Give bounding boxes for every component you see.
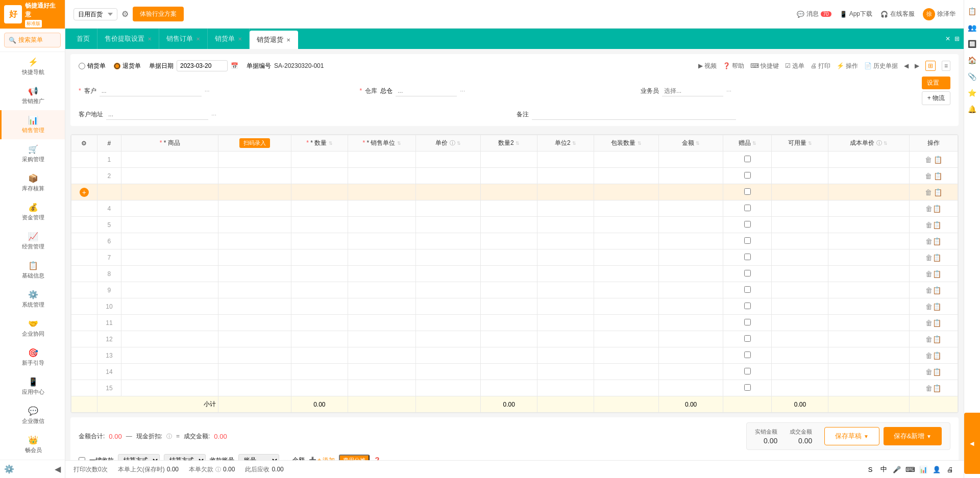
warehouse-input[interactable] xyxy=(396,86,457,96)
delete-icon-4[interactable]: 🗑 xyxy=(925,205,933,213)
tab-close-all-icon[interactable]: ✕ xyxy=(945,35,950,42)
tab-close-sales-return[interactable]: ✕ xyxy=(286,37,290,43)
tab-home[interactable]: 首页 xyxy=(69,29,97,49)
delete-icon-7[interactable]: 🗑 xyxy=(925,254,933,262)
amount-sort-icon[interactable]: ⇅ xyxy=(696,141,700,146)
taskbar-icon-2[interactable]: 中 xyxy=(878,464,889,475)
tab-sales-price[interactable]: 售价提取设置 ✕ xyxy=(97,29,159,49)
copy-icon-1[interactable]: 📋 xyxy=(934,156,942,164)
pkgqty-sort-icon[interactable]: ⇅ xyxy=(638,141,642,146)
history-btn[interactable]: 📄 历史单据 xyxy=(864,62,898,70)
taskbar-icon-5[interactable]: 📊 xyxy=(918,464,929,475)
sidebar-item-system[interactable]: ⚙️ 系统管理 xyxy=(0,285,65,314)
chevron-down-icon2[interactable]: ▼ xyxy=(926,434,932,439)
grid-view-icon[interactable]: ⊞ xyxy=(925,61,936,71)
costprice-info-icon[interactable]: ⓘ xyxy=(876,140,882,146)
address-input[interactable] xyxy=(106,109,208,120)
row-qty-2[interactable] xyxy=(291,168,348,184)
experience-button[interactable]: 体验行业方案 xyxy=(133,7,184,21)
right-panel-icon-2[interactable]: 👥 xyxy=(965,20,979,35)
row-unit-1[interactable] xyxy=(348,152,416,168)
available-sort-icon[interactable]: ⇅ xyxy=(808,141,812,146)
settings-icon[interactable]: ⚙️ xyxy=(4,464,14,474)
account-select[interactable]: 账号 xyxy=(238,454,279,460)
radio-return-input[interactable] xyxy=(114,63,120,69)
row-costprice-3[interactable] xyxy=(828,184,909,200)
sidebar-item-finance[interactable]: 💰 资金管理 xyxy=(0,197,65,227)
row-pkgqty-3[interactable] xyxy=(594,184,658,200)
add-row-button[interactable]: + xyxy=(80,188,89,197)
taskbar-icon-3[interactable]: 🎤 xyxy=(891,464,902,475)
row-amount-2[interactable] xyxy=(658,168,723,184)
right-panel-collapse[interactable]: ◀ xyxy=(964,413,981,474)
row-price-3[interactable] xyxy=(416,184,481,200)
delete-icon-15[interactable]: 🗑 xyxy=(925,384,933,392)
copy-icon-7[interactable]: 📋 xyxy=(933,254,941,262)
tab-sales-order[interactable]: 销售订单 ✕ xyxy=(159,29,208,49)
user-item[interactable]: 徐 徐泽华 xyxy=(923,8,955,20)
tab-close-sales-order[interactable]: ✕ xyxy=(196,36,200,42)
row-unit-3[interactable] xyxy=(348,184,416,200)
settings-btn[interactable]: 设置 xyxy=(922,77,950,89)
remark-input[interactable] xyxy=(532,109,736,120)
video-btn[interactable]: ▶ 视频 xyxy=(698,62,717,70)
copy-icon-4[interactable]: 📋 xyxy=(933,205,941,213)
select-btn[interactable]: ☑ 选单 xyxy=(785,62,804,70)
taskbar-icon-7[interactable]: 🖨 xyxy=(944,464,955,475)
customer-more-icon[interactable]: ··· xyxy=(205,87,210,94)
sidebar-item-sales[interactable]: 📊 销售管理 xyxy=(0,110,65,139)
row-costprice-2[interactable] xyxy=(828,168,909,184)
th-settings[interactable]: ⚙ xyxy=(71,135,97,152)
right-panel-icon-6[interactable]: ⭐ xyxy=(965,86,979,100)
unit2-sort-icon[interactable]: ⇅ xyxy=(572,141,576,146)
copy-icon-14[interactable]: 📋 xyxy=(933,368,941,376)
copy-icon-6[interactable]: 📋 xyxy=(933,237,941,245)
product-input-1[interactable] xyxy=(124,156,216,163)
delete-icon-10[interactable]: 🗑 xyxy=(925,303,933,311)
sidebar-item-operations[interactable]: 📈 经营管理 xyxy=(0,227,65,256)
logistics-btn[interactable]: + 物流 xyxy=(922,91,950,105)
prev-icon[interactable]: ◀ xyxy=(904,62,909,69)
topbar-gear-icon[interactable]: ⚙ xyxy=(121,9,129,19)
sidebar-item-cooperation[interactable]: 🤝 企业协同 xyxy=(0,314,65,343)
sidebar-item-guide[interactable]: 🎯 新手引导 xyxy=(0,343,65,372)
radio-sale[interactable]: 销货单 xyxy=(79,62,106,70)
row-amount-1[interactable] xyxy=(658,152,723,168)
sidebar-item-purchase[interactable]: 🛒 采购管理 xyxy=(0,139,65,168)
sidebar-item-wechat[interactable]: 💬 企业微信 xyxy=(0,401,65,430)
print-btn[interactable]: 🖨 打印 xyxy=(811,62,830,70)
staff-input[interactable] xyxy=(662,86,723,96)
row-qty2-3[interactable] xyxy=(481,184,537,200)
online-service-item[interactable]: 🎧 在线客服 xyxy=(880,10,915,18)
radio-return[interactable]: 退货单 xyxy=(114,62,141,70)
right-panel-icon-4[interactable]: 🏠 xyxy=(965,53,979,67)
copy-icon-5[interactable]: 📋 xyxy=(933,221,941,229)
collapse-icon[interactable]: ◀ xyxy=(55,464,61,474)
copy-icon-8[interactable]: 📋 xyxy=(933,270,941,278)
row-product-2[interactable] xyxy=(121,168,218,184)
taskbar-icon-1[interactable]: S xyxy=(865,464,876,475)
taskbar-icon-6[interactable]: 👤 xyxy=(931,464,942,475)
row-gift-3[interactable] xyxy=(723,184,772,200)
copy-icon-11[interactable]: 📋 xyxy=(933,319,941,327)
delete-icon-2[interactable]: 🗑 xyxy=(925,172,932,180)
settle-select[interactable]: 结算方式 xyxy=(118,454,160,460)
delete-icon-3[interactable]: 🗑 xyxy=(925,188,932,196)
gift-sort-icon[interactable]: ⇅ xyxy=(752,141,756,146)
copy-icon-10[interactable]: 📋 xyxy=(933,303,941,311)
row-available-2[interactable] xyxy=(772,168,828,184)
radio-sale-input[interactable] xyxy=(79,63,85,69)
row-product-1[interactable] xyxy=(121,152,218,168)
delete-icon-14[interactable]: 🗑 xyxy=(925,368,933,376)
copy-icon-2[interactable]: 📋 xyxy=(934,172,942,180)
tab-close-sales-price[interactable]: ✕ xyxy=(148,36,152,42)
shortcut-btn[interactable]: ⌨ 快捷键 xyxy=(750,62,779,70)
list-view-icon[interactable]: ≡ xyxy=(942,61,950,71)
delete-icon-13[interactable]: 🗑 xyxy=(925,351,933,360)
search-menu-button[interactable]: 🔍 搜索菜单 xyxy=(4,33,61,47)
industry-select[interactable]: 日用百货 xyxy=(74,8,117,20)
delete-icon-8[interactable]: 🗑 xyxy=(925,270,933,278)
row-gift-2[interactable] xyxy=(723,168,772,184)
add-payment-btn[interactable]: ➕ + 添加 xyxy=(309,456,335,461)
row-qty2-2[interactable] xyxy=(481,168,537,184)
